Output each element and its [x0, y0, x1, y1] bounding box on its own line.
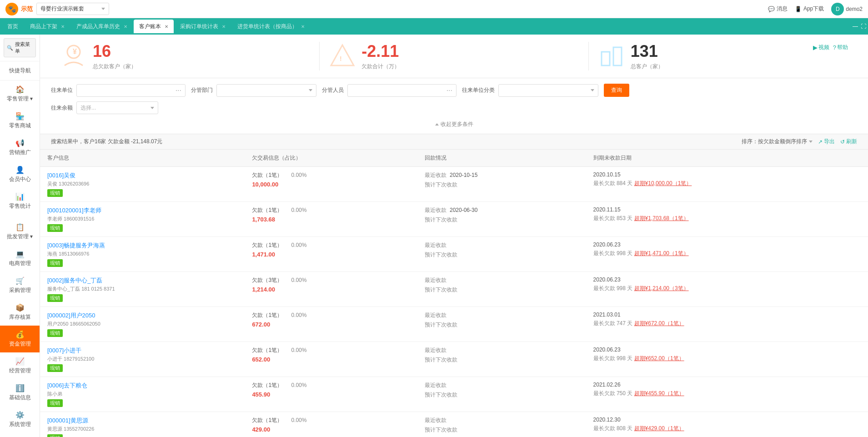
store-selector[interactable]: 母婴行业演示账套: [36, 3, 109, 15]
query-button[interactable]: 查询: [604, 84, 629, 97]
overdue-days-6: 最长欠款 750 天 超期¥455.90（1笔）: [593, 390, 861, 397]
sidebar-item-member[interactable]: 👤 会员中心: [0, 161, 40, 188]
sidebar-quick-nav: 快捷导航: [0, 61, 40, 80]
app-download-button[interactable]: 📱 App下载: [795, 5, 824, 13]
table-row: [0016]吴俊 吴俊 13026203696 现销 欠款（1笔） 0.00% …: [40, 167, 868, 202]
customer-name-link-0[interactable]: [0016]吴俊: [47, 172, 75, 179]
source-unit-input[interactable]: ···: [76, 84, 186, 97]
owed-amount-7: 429.00: [252, 426, 410, 433]
sidebar-item-ecommerce[interactable]: 💻 电商管理: [0, 245, 40, 272]
customer-name-link-7[interactable]: [000001]黄思源: [47, 417, 88, 424]
main-area: 🔍 搜索菜单 快捷导航 🏠 零售管理 ▾ 🏪 零售商城 📢 营销推广: [0, 35, 868, 437]
customer-name-link-4[interactable]: [000002]用户2050: [47, 312, 95, 319]
stat-actions: ▶ 视频 ? 帮助: [813, 42, 848, 51]
sidebar-item-ecommerce-label: 电商管理: [9, 260, 31, 267]
sidebar-item-retail-management[interactable]: 🏠 零售管理 ▾: [0, 80, 40, 107]
overdue-amount-link-5[interactable]: 超期¥652.00（1笔）: [634, 355, 684, 362]
sidebar-item-batch[interactable]: 📋 批发管理 ▾: [0, 218, 40, 245]
due-date-3: 2020.06.23: [593, 276, 861, 283]
tab-product-history-close[interactable]: ✕: [124, 24, 127, 29]
svg-text:!: !: [340, 55, 342, 62]
next-collection-7: 预计下次收款: [425, 426, 579, 434]
message-button[interactable]: 💬 消息: [768, 5, 788, 13]
last-collection-label-3: 最近收款: [425, 277, 447, 283]
customer-name-link-2[interactable]: [0003]畅捷服务尹海蒸: [47, 242, 105, 249]
sort-selector[interactable]: 排序：按欠款金额倒序排序: [742, 138, 813, 146]
cell-due-4: 2021.03.01 最长欠款 747 天 超期¥672.00（1笔）: [586, 307, 868, 342]
sidebar-item-inventory[interactable]: 📦 库存核算: [0, 299, 40, 326]
customer-name-link-3[interactable]: [0002]服务中心_丁磊: [47, 277, 102, 284]
logo-icon: 🐾: [5, 3, 18, 15]
owed-label-3: 欠款（3笔）: [252, 277, 282, 283]
stat-info-owed-customers: 16 总欠款客户（家）: [93, 42, 310, 70]
overdue-amount-link-0[interactable]: 超期¥10,000.00（1笔）: [634, 180, 692, 186]
owed-amount-5: 652.00: [252, 356, 410, 363]
collapse-button[interactable]: 收起更多条件: [51, 119, 857, 130]
refresh-button[interactable]: ↺ 刷新: [840, 138, 857, 146]
sidebar-item-operation[interactable]: 📈 经营管理: [0, 352, 40, 379]
tab-purchase-order[interactable]: 采购订单统计表 ✕: [175, 20, 231, 33]
overdue-amount-link-7[interactable]: 超期¥429.00（1笔）: [634, 425, 684, 432]
tab-product-offsale-close[interactable]: ✕: [61, 24, 65, 29]
owed-label-6: 欠款（1笔）: [252, 382, 282, 388]
tab-minimize-icon[interactable]: —: [853, 23, 858, 30]
tab-purchase-stats-close[interactable]: ✕: [301, 24, 305, 29]
customer-name-link-1[interactable]: [0001020001]李老师: [47, 207, 101, 214]
stat-info-owed-amount: -2.11 欠款合计（万）: [361, 42, 579, 70]
due-date-1: 2020.11.15: [593, 206, 861, 213]
tab-purchase-order-close[interactable]: ✕: [222, 24, 226, 29]
overdue-amount-link-1[interactable]: 超期¥1,703.68（1笔）: [634, 215, 689, 221]
marketing-icon: 📢: [15, 139, 25, 147]
col-customer-info: 客户信息: [40, 150, 245, 167]
sidebar-item-marketing-label: 营销推广: [9, 149, 31, 156]
sidebar-item-enterprise-collab[interactable]: 🤝 企业协同: [0, 433, 40, 437]
tab-customer-account-close[interactable]: ✕: [165, 24, 168, 29]
customer-name-link-5[interactable]: [0007]小进干: [47, 347, 81, 354]
sidebar-item-marketing[interactable]: 📢 营销推广: [0, 134, 40, 161]
customer-tag-3: 现销: [47, 294, 63, 302]
owed-label-2: 欠款（1笔）: [252, 242, 282, 248]
cell-owed-6: 欠款（1笔） 0.00% 455.90: [245, 377, 417, 412]
tab-home[interactable]: 首页: [2, 20, 24, 33]
export-button[interactable]: ↗ 导出: [818, 138, 835, 146]
tab-product-offsale[interactable]: 商品上下架 ✕: [25, 20, 70, 33]
user-name: demo2: [846, 6, 863, 12]
customer-name-link-6[interactable]: [0006]去下粮仓: [47, 382, 87, 389]
cell-collection-6: 最近收款 预计下次收款: [417, 377, 586, 412]
video-action[interactable]: ▶ 视频: [813, 44, 829, 51]
tab-product-history[interactable]: 产成品入库单历史 ✕: [71, 20, 133, 33]
overdue-amount-link-2[interactable]: 超期¥1,471.00（1笔）: [634, 250, 689, 256]
sidebar-item-retail-stats[interactable]: 📊 零售统计: [0, 188, 40, 215]
sidebar-item-system[interactable]: ⚙️ 系统管理: [0, 406, 40, 433]
balance-select[interactable]: 选择...: [76, 101, 158, 114]
user-avatar-button[interactable]: D demo2: [831, 3, 863, 15]
system-icon: ⚙️: [15, 411, 25, 419]
stat-number-owed-amount: -2.11: [361, 42, 579, 61]
overdue-amount-link-3[interactable]: 超期¥1,214.00（3笔）: [634, 285, 689, 291]
app-download-label: App下载: [803, 5, 824, 13]
source-category-select[interactable]: [498, 84, 598, 97]
sidebar-item-quick-nav[interactable]: 快捷导航: [0, 63, 40, 78]
overdue-amount-link-6[interactable]: 超期¥455.90（1笔）: [634, 390, 684, 397]
sidebar-item-basic-info[interactable]: ℹ️ 基础信息: [0, 379, 40, 406]
overdue-amount-link-4[interactable]: 超期¥672.00（1笔）: [634, 320, 684, 326]
retail-stats-icon: 📊: [15, 192, 25, 201]
sidebar-search-button[interactable]: 🔍 搜索菜单: [4, 38, 36, 57]
sidebar-item-retail-store[interactable]: 🏪 零售商城: [0, 107, 40, 134]
sidebar-item-purchase[interactable]: 🛒 采购管理: [0, 272, 40, 299]
stat-label-total-customers: 总客户（家）: [631, 63, 808, 70]
tab-purchase-stats[interactable]: 进货单统计表（按商品） ✕: [232, 20, 310, 33]
tab-customer-account[interactable]: 客户账本 ✕: [134, 20, 174, 33]
department-select[interactable]: [216, 84, 316, 97]
overdue-days-1: 最长欠款 853 天 超期¥1,703.68（1笔）: [593, 215, 861, 222]
tab-maximize-icon[interactable]: ⛶: [861, 23, 866, 30]
sidebar-item-finance[interactable]: 💰 资金管理: [0, 326, 40, 352]
message-icon: 💬: [768, 6, 775, 12]
help-action[interactable]: ? 帮助: [833, 44, 848, 51]
cell-collection-3: 最近收款 预计下次收款: [417, 272, 586, 307]
svg-rect-5: [613, 47, 622, 65]
cell-customer-0: [0016]吴俊 吴俊 13026203696 现销: [40, 167, 245, 202]
table-container: 客户信息 欠交易信息（占比） 回款情况 到期未收款日期 [0016]吴俊 吴俊 …: [40, 150, 868, 437]
person-input[interactable]: ···: [347, 84, 457, 97]
cell-due-2: 2020.06.23 最长欠款 998 天 超期¥1,471.00（1笔）: [586, 237, 868, 272]
